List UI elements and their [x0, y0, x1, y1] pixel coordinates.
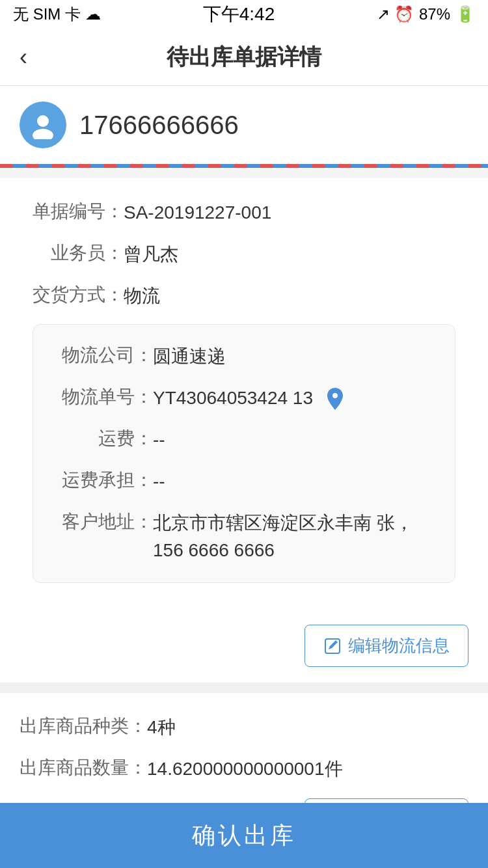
address-row: 客户地址： 北京市市辖区海淀区永丰南 张，156 6666 6666 [49, 509, 439, 564]
logistics-company-value: 圆通速递 [153, 343, 439, 370]
battery-icon: 🔋 [455, 5, 475, 23]
goods-quantity-row: 出库商品数量： 14.620000000000001件 [20, 755, 468, 783]
delivery-label: 交货方式： [20, 282, 124, 307]
tracking-number-label: 物流单号： [49, 385, 153, 409]
nav-bar: ‹ 待出库单据详情 [0, 29, 488, 86]
edit-btn-wrapper: 编辑物流信息 [0, 614, 488, 683]
status-icons: ↗ ⏰ [377, 5, 414, 23]
freight-bearer-row: 运费承担： -- [49, 468, 439, 495]
document-info-section: 单据编号： SA-20191227-001 业务员： 曾凡杰 交货方式： 物流 … [0, 178, 488, 614]
goods-quantity-value: 14.620000000000001件 [147, 755, 468, 783]
user-section: 17666666666 [0, 86, 488, 164]
document-number-row: 单据编号： SA-20191227-001 [20, 199, 468, 226]
logistics-company-row: 物流公司： 圆通速递 [49, 343, 439, 370]
freight-row: 运费： -- [49, 426, 439, 454]
goods-quantity-label: 出库商品数量： [20, 755, 147, 780]
delivery-row: 交货方式： 物流 [20, 282, 468, 310]
address-value: 北京市市辖区海淀区永丰南 张，156 6666 6666 [153, 509, 439, 564]
avatar [20, 102, 66, 148]
freight-bearer-value: -- [153, 468, 439, 495]
document-number-label: 单据编号： [20, 199, 124, 224]
status-bar-time: 下午4:42 [203, 2, 275, 27]
battery-level: 87% [419, 5, 450, 23]
location-icon[interactable] [323, 387, 347, 410]
dashed-divider [0, 164, 488, 168]
logistics-company-label: 物流公司： [49, 343, 153, 368]
freight-label: 运费： [49, 426, 153, 451]
salesman-row: 业务员： 曾凡杰 [20, 241, 468, 268]
sim-status: 无 SIM 卡 ☁ [13, 4, 101, 25]
status-bar: 无 SIM 卡 ☁ 下午4:42 ↗ ⏰ 87% 🔋 [0, 0, 488, 29]
confirm-area: 确认出库 [0, 803, 488, 868]
status-bar-left: 无 SIM 卡 ☁ [13, 4, 101, 25]
address-label: 客户地址： [49, 509, 153, 534]
goods-types-value: 4种 [147, 714, 468, 741]
goods-types-label: 出库商品种类： [20, 714, 147, 739]
edit-icon [323, 637, 342, 655]
status-bar-right: ↗ ⏰ 87% 🔋 [377, 5, 475, 23]
logistics-card: 物流公司： 圆通速递 物流单号： YT43064053424 13 运费： --… [33, 324, 455, 583]
back-button[interactable]: ‹ [20, 44, 27, 71]
freight-value: -- [153, 426, 439, 454]
person-icon [29, 111, 57, 139]
tracking-number-value: YT43064053424 13 [153, 385, 439, 412]
svg-point-0 [37, 115, 49, 127]
freight-bearer-label: 运费承担： [49, 468, 153, 493]
tracking-number-row: 物流单号： YT43064053424 13 [49, 385, 439, 412]
delivery-value: 物流 [124, 282, 468, 310]
goods-types-row: 出库商品种类： 4种 [20, 714, 468, 741]
document-number-value: SA-20191227-001 [124, 199, 468, 226]
svg-point-1 [33, 129, 53, 139]
salesman-label: 业务员： [20, 241, 124, 265]
goods-section: 出库商品种类： 4种 出库商品数量： 14.620000000000001件 [0, 693, 488, 798]
edit-logistics-button[interactable]: 编辑物流信息 [305, 625, 468, 667]
page-title: 待出库单据详情 [167, 42, 321, 72]
salesman-value: 曾凡杰 [124, 241, 468, 268]
confirm-outbound-button[interactable]: 确认出库 [192, 820, 296, 852]
user-phone: 17666666666 [79, 111, 239, 140]
section-divider [0, 683, 488, 693]
